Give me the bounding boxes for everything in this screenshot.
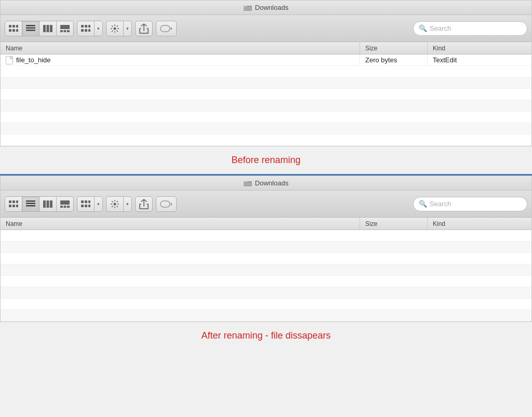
top-caption: Before renaming bbox=[0, 146, 532, 174]
empty-row bbox=[1, 112, 531, 123]
svg-rect-30 bbox=[9, 200, 11, 203]
svg-rect-9 bbox=[26, 25, 35, 26]
empty-row bbox=[1, 287, 531, 299]
svg-rect-18 bbox=[67, 30, 70, 32]
svg-rect-53 bbox=[161, 201, 170, 207]
svg-rect-20 bbox=[85, 25, 87, 28]
group-main-bottom[interactable] bbox=[77, 197, 94, 211]
svg-rect-16 bbox=[60, 30, 63, 32]
empty-row bbox=[1, 310, 531, 321]
file-list-top: file_to_hide Zero bytes TextEdit bbox=[1, 55, 531, 146]
col-size-header-bottom[interactable]: Size bbox=[360, 218, 428, 230]
toolbar-bottom: ▾ ▾ bbox=[1, 191, 531, 218]
list-view-btn-bottom[interactable] bbox=[22, 197, 39, 211]
col-size-header-top[interactable]: Size bbox=[360, 42, 428, 54]
svg-rect-14 bbox=[50, 25, 52, 32]
svg-rect-46 bbox=[81, 200, 84, 203]
svg-rect-7 bbox=[12, 29, 15, 32]
search-box-bottom[interactable]: 🔍 Search bbox=[413, 197, 527, 211]
empty-rows-top bbox=[1, 66, 531, 146]
svg-point-52 bbox=[114, 203, 116, 205]
bottom-caption: After renaming - file dissapears bbox=[0, 322, 532, 349]
group-main-top[interactable] bbox=[77, 21, 94, 36]
svg-rect-40 bbox=[47, 200, 49, 208]
svg-rect-6 bbox=[9, 29, 11, 32]
search-box-top[interactable]: 🔍 Search bbox=[413, 21, 527, 36]
empty-row bbox=[1, 89, 531, 100]
finder-window-top: Downloads bbox=[0, 0, 532, 146]
action-arrow-top[interactable]: ▾ bbox=[123, 21, 131, 36]
list-view-btn-top[interactable] bbox=[22, 21, 39, 36]
search-placeholder-top: Search bbox=[430, 24, 451, 32]
group-btn-top[interactable]: ▾ bbox=[77, 21, 103, 36]
svg-rect-5 bbox=[16, 25, 18, 28]
column-view-btn-bottom[interactable] bbox=[39, 197, 57, 211]
svg-rect-51 bbox=[88, 205, 90, 207]
group-btn-bottom[interactable]: ▾ bbox=[77, 196, 103, 212]
svg-rect-42 bbox=[60, 200, 70, 205]
column-headers-bottom: Name Size Kind bbox=[1, 218, 531, 230]
group-arrow-top[interactable]: ▾ bbox=[94, 21, 102, 36]
col-name-header-top[interactable]: Name bbox=[1, 42, 360, 54]
file-kind-cell-top: TextEdit bbox=[428, 55, 531, 65]
column-headers-top: Name Size Kind bbox=[1, 42, 531, 55]
file-list-bottom bbox=[1, 230, 531, 321]
title-bar-bottom: Downloads bbox=[1, 176, 531, 191]
svg-rect-11 bbox=[26, 30, 35, 31]
icon-view-btn-bottom[interactable] bbox=[5, 197, 22, 211]
col-kind-header-bottom[interactable]: Kind bbox=[428, 218, 531, 230]
action-main-bottom[interactable] bbox=[107, 197, 123, 211]
empty-row bbox=[1, 66, 531, 77]
svg-rect-31 bbox=[12, 200, 15, 203]
empty-row bbox=[1, 264, 531, 276]
svg-rect-2 bbox=[244, 7, 252, 11]
file-name-cell-top: file_to_hide bbox=[1, 55, 360, 65]
action-btn-bottom[interactable]: ▾ bbox=[106, 196, 132, 212]
col-kind-header-top[interactable]: Kind bbox=[428, 42, 531, 54]
svg-rect-45 bbox=[67, 206, 70, 208]
svg-rect-44 bbox=[64, 206, 66, 208]
top-finder-window: Downloads bbox=[0, 0, 532, 146]
share-btn-top[interactable] bbox=[135, 21, 153, 36]
share-btn-bottom[interactable] bbox=[135, 196, 153, 212]
group-arrow-bottom[interactable]: ▾ bbox=[94, 197, 102, 211]
title-bar-top: Downloads bbox=[1, 1, 531, 15]
svg-rect-33 bbox=[9, 205, 11, 207]
tag-btn-top[interactable] bbox=[156, 21, 177, 36]
view-buttons-bottom bbox=[5, 196, 74, 212]
search-icon-top: 🔍 bbox=[419, 24, 427, 32]
column-view-btn-top[interactable] bbox=[39, 21, 57, 36]
title-text-bottom: Downloads bbox=[255, 179, 288, 187]
action-main-top[interactable] bbox=[107, 21, 123, 36]
view-buttons-top bbox=[5, 21, 74, 36]
empty-row bbox=[1, 100, 531, 112]
search-icon-bottom: 🔍 bbox=[419, 200, 427, 208]
col-name-header-bottom[interactable]: Name bbox=[1, 218, 360, 230]
gallery-view-btn-bottom[interactable] bbox=[57, 197, 73, 211]
table-row[interactable]: file_to_hide Zero bytes TextEdit bbox=[1, 55, 531, 66]
svg-rect-15 bbox=[60, 25, 70, 29]
action-arrow-bottom[interactable]: ▾ bbox=[123, 197, 131, 211]
toolbar-top: ▾ ▾ bbox=[1, 15, 531, 42]
tag-btn-bottom[interactable] bbox=[156, 196, 177, 212]
empty-row bbox=[1, 299, 531, 310]
empty-rows-bottom bbox=[1, 230, 531, 321]
svg-rect-36 bbox=[26, 200, 35, 202]
svg-rect-50 bbox=[85, 205, 87, 207]
empty-row bbox=[1, 123, 531, 134]
folder-icon-top bbox=[244, 4, 252, 12]
empty-row bbox=[1, 134, 531, 146]
gallery-view-btn-top[interactable] bbox=[57, 21, 73, 36]
svg-rect-17 bbox=[64, 30, 66, 32]
empty-row bbox=[1, 253, 531, 264]
svg-rect-48 bbox=[88, 200, 90, 203]
file-size-cell-top: Zero bytes bbox=[360, 55, 428, 65]
empty-row bbox=[1, 230, 531, 241]
title-text-top: Downloads bbox=[255, 4, 288, 11]
svg-rect-39 bbox=[43, 200, 46, 208]
action-btn-top[interactable]: ▾ bbox=[106, 21, 132, 36]
svg-rect-49 bbox=[81, 205, 84, 207]
svg-rect-29 bbox=[244, 182, 252, 186]
icon-view-btn-top[interactable] bbox=[5, 21, 22, 36]
svg-rect-38 bbox=[26, 205, 35, 207]
